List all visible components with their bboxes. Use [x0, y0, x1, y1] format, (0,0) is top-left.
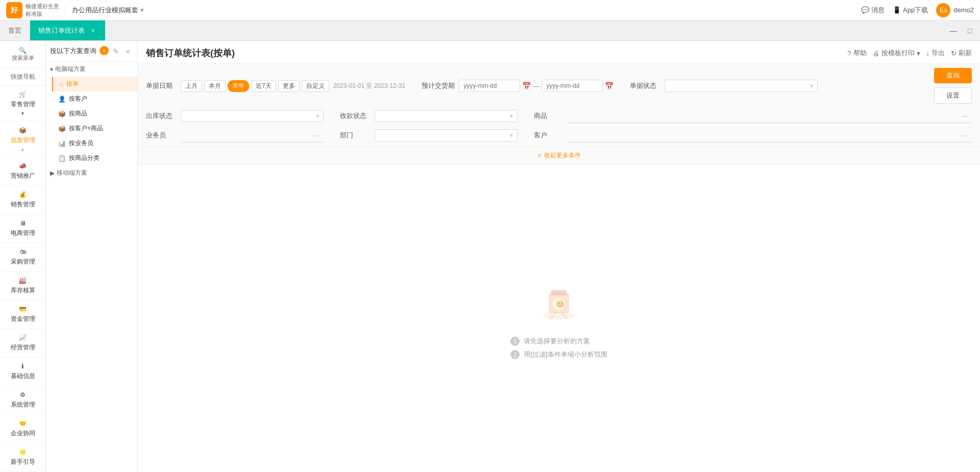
calendar-icon: 📅: [522, 82, 531, 90]
expected-date-start[interactable]: [459, 80, 520, 92]
edit-scheme-button[interactable]: ✎: [111, 46, 121, 56]
system-icon: ⚙: [20, 391, 26, 398]
sidebar-item-ecommerce[interactable]: 🖥 电商管理: [0, 215, 45, 243]
goods-label: 商品: [534, 111, 565, 121]
department-select[interactable]: ▾: [375, 129, 518, 141]
goods-more-icon[interactable]: ···: [962, 112, 968, 120]
sidebar-item-inventory[interactable]: 🏭 库存核算: [0, 272, 45, 300]
template-print-button[interactable]: 🖨 按模板打印 ▾: [873, 49, 920, 58]
date-buttons: 上月 本月 本年 近7天 更多 自定义: [181, 80, 329, 92]
sidebar-item-purchase[interactable]: 🛍 采购管理: [0, 243, 45, 272]
setting-button[interactable]: 设置: [934, 87, 972, 104]
by-goods-category-icon: 📋: [58, 155, 66, 162]
filter-row-1: 单据日期 上月 本月 本年 近7天 更多 自定义 2023-01-01 至 20…: [146, 68, 972, 104]
empty-tip-2: 2 用[过滤]条件来缩小分析范围: [510, 350, 607, 359]
tip-num-1: 1: [510, 337, 520, 346]
payment-status-label: 收款状态: [340, 111, 371, 121]
tree-item-by-customer-goods[interactable]: 📦 按客户+商品: [52, 121, 137, 136]
tab-maximize-button[interactable]: □: [964, 25, 976, 37]
customer-input[interactable]: ···: [569, 128, 972, 143]
date-btn-custom[interactable]: 自定义: [302, 80, 329, 92]
tab-minimize-button[interactable]: —: [947, 25, 960, 37]
sidebar-item-finance[interactable]: 💳 资金管理: [0, 300, 45, 329]
tab-home[interactable]: 首页: [0, 20, 30, 40]
collapse-bar[interactable]: ∧ 收起更多条件: [138, 147, 980, 164]
message-button[interactable]: 💬 消息: [861, 6, 885, 15]
tab-close-button[interactable]: ×: [89, 27, 97, 35]
date-btn-last-month[interactable]: 上月: [181, 80, 202, 92]
by-salesperson-icon: 📊: [58, 140, 66, 147]
by-order-icon: ○: [59, 80, 63, 88]
chevron-down-icon[interactable]: ▾: [140, 6, 144, 14]
finance-icon: 💳: [19, 305, 27, 313]
sidebar-item-system[interactable]: ⚙ 系统管理: [0, 386, 45, 415]
shipment-status-select[interactable]: ▾: [181, 110, 324, 122]
payment-status-select[interactable]: ▾: [375, 110, 518, 122]
salesperson-input[interactable]: ···: [181, 128, 324, 143]
tab-active[interactable]: 销售订单统计表 ×: [30, 20, 105, 40]
tree-item-by-goods-category[interactable]: 📋 按商品分类: [52, 151, 137, 166]
main-content: 销售订单统计表(按单) ? 帮助 🖨 按模板打印 ▾ ↓ 导出: [138, 41, 980, 472]
chevron-down-icon: ▾: [510, 132, 513, 139]
collapse-panel-button[interactable]: «: [123, 46, 133, 56]
tree-expand-icon: ▾: [50, 66, 53, 73]
tip-num-2: 2: [510, 350, 520, 359]
sidebar-item-marketing[interactable]: 📣 营销推广: [0, 157, 45, 186]
sidebar-item-basic[interactable]: ℹ 基础信息: [0, 358, 45, 386]
customer-more-icon[interactable]: ···: [962, 131, 968, 139]
tree-item-by-customer[interactable]: 👤 按客户: [52, 91, 137, 106]
date-btn-7days[interactable]: 近7天: [251, 80, 276, 92]
expected-date-end[interactable]: [542, 80, 603, 92]
customer-label: 客户: [534, 131, 565, 140]
department-label: 部门: [340, 131, 371, 140]
export-button[interactable]: ↓ 导出: [926, 49, 945, 58]
left-panel: 按以下方案查询 + ✎ « ▾ 电脑端方案 ○ 按单: [46, 41, 138, 472]
main-layout: 🔍 搜索菜单 快捷导航 🛒 零售管理 ▾ 📦 批发管理 ▴ 📣 营销推广 💰 销…: [0, 41, 980, 472]
tree-item-by-salesperson[interactable]: 📊 按业务员: [52, 136, 137, 151]
sidebar-item-enterprise[interactable]: 🤝 企业协同: [0, 415, 45, 443]
export-icon: ↓: [926, 50, 930, 57]
tree-group-mobile[interactable]: ▶ 移动端方案: [46, 166, 137, 180]
empty-tip-1: 1 请先选择要分析的方案: [510, 337, 607, 346]
add-scheme-button[interactable]: +: [100, 46, 109, 55]
refresh-button[interactable]: ↻ 刷新: [951, 49, 972, 58]
logo: 好 畅捷通好生意 标准版: [6, 2, 59, 18]
date-btn-this-month[interactable]: 本月: [204, 80, 226, 92]
tabbar-actions: — □: [947, 25, 980, 37]
help-button[interactable]: ? 帮助: [847, 49, 866, 58]
search-icon: 🔍: [19, 47, 27, 54]
topbar-divider: [65, 5, 66, 15]
enterprise-icon: 🤝: [19, 420, 27, 427]
goods-input[interactable]: ···: [569, 109, 972, 123]
date-btn-more[interactable]: 更多: [278, 80, 300, 92]
by-customer-icon: 👤: [58, 96, 66, 103]
topbar-right: 💬 消息 📱 App下载 Ea demo2: [861, 3, 974, 17]
query-button[interactable]: 查询: [934, 68, 972, 83]
sidebar-item-sales[interactable]: 💰 销售管理: [0, 186, 45, 215]
search-menu-button[interactable]: 🔍 搜索菜单: [4, 45, 41, 64]
content-area: 按以下方案查询 + ✎ « ▾ 电脑端方案 ○ 按单: [46, 41, 980, 472]
empty-illustration: 😊: [533, 277, 584, 328]
tree-item-by-order[interactable]: ○ 按单: [52, 77, 137, 91]
date-separator: —: [533, 82, 540, 90]
sidebar-item-wholesale[interactable]: 📦 批发管理 ▴: [0, 122, 45, 157]
sidebar-item-newbie[interactable]: 🌟 新手引导: [0, 443, 45, 472]
sidebar-item-retail[interactable]: 🛒 零售管理 ▾: [0, 86, 45, 122]
quick-nav-button[interactable]: 快捷导航: [0, 68, 45, 86]
chevron-up-icon: ▴: [21, 147, 24, 152]
filter-row-3: 业务员 ··· 部门 ▾ 客户: [146, 128, 972, 143]
topbar-title: 办公用品行业模拟账套 ▾: [72, 6, 857, 15]
tree-group-desktop[interactable]: ▾ 电脑端方案: [46, 62, 137, 77]
marketing-icon: 📣: [19, 162, 27, 170]
tree-item-by-goods[interactable]: 📦 按商品: [52, 106, 137, 121]
salesperson-more-icon[interactable]: ···: [313, 131, 320, 139]
sales-icon: 💰: [19, 191, 27, 198]
order-status-select[interactable]: ▾: [665, 80, 818, 92]
topbar: 好 畅捷通好生意 标准版 办公用品行业模拟账套 ▾ 💬 消息 📱 App下载 E…: [0, 0, 980, 20]
tree-expand-mobile-icon: ▶: [50, 170, 55, 177]
sidebar-item-operation[interactable]: 📈 经营管理: [0, 329, 45, 358]
user-menu-button[interactable]: Ea demo2: [936, 3, 974, 17]
page-title: 销售订单统计表(按单): [146, 47, 235, 59]
date-btn-this-year[interactable]: 本年: [228, 80, 249, 92]
app-download-button[interactable]: 📱 App下载: [893, 6, 928, 15]
